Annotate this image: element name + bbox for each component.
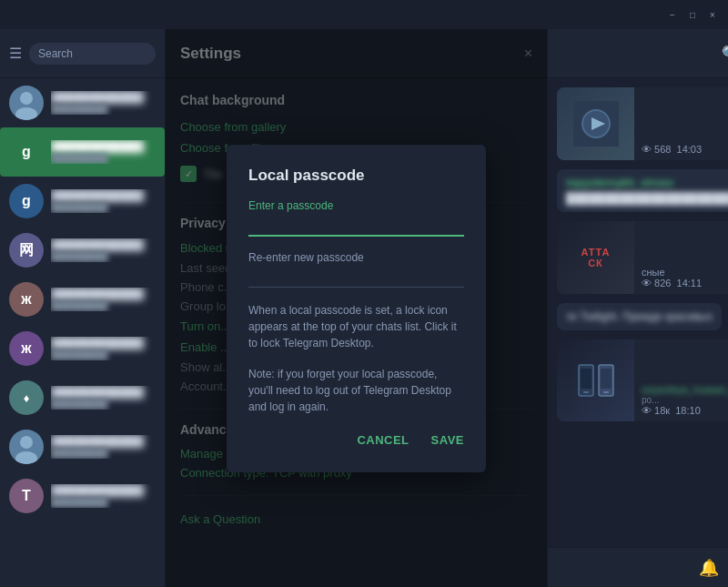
titlebar: − □ × — [0, 0, 728, 29]
media-stats-3: сные — [642, 267, 728, 278]
chat-info-3: ████████████ ████████ — [51, 189, 156, 213]
stats-5: 👁 18к 18:10 — [642, 405, 728, 416]
svg-point-1 — [15, 107, 37, 120]
hamburger-icon[interactable]: ☰ — [9, 45, 22, 62]
field2-label: Re-enter new passcode — [248, 251, 464, 264]
chat-info-9: ████████████ ████████ — [51, 484, 156, 508]
message-1: 👁 568 14:03 ↗ — [557, 87, 728, 160]
media-stats-1: 👁 568 14:03 — [642, 144, 728, 155]
chat-preview-7: ████████ — [51, 399, 156, 410]
close-button[interactable]: × — [704, 6, 721, 23]
caption-5: ро... — [642, 395, 728, 405]
bottom-bar: 🔔 😊 🎤 — [548, 547, 728, 587]
avatar-9: T — [9, 479, 44, 513]
svg-rect-9 — [583, 391, 589, 393]
sender-2: mpyuternykh_viruso — [566, 177, 728, 189]
search-icon[interactable]: 🔍 — [722, 45, 728, 62]
chat-name-2: ████████████ — [51, 140, 156, 153]
chat-item-9[interactable]: T ████████████ ████████ — [0, 471, 165, 521]
minimize-button[interactable]: − — [664, 6, 681, 23]
avatar-5: ж — [9, 282, 44, 317]
sender-5: soyavilsya_huawei_p — [642, 384, 728, 395]
content-4: те Twilight. Прежде красивых — [566, 310, 713, 323]
media-thumb-3: АТТА СК — [557, 221, 634, 294]
media-stats-3b: 👁 826 14:11 — [642, 278, 728, 288]
chat-preview-3: ████████ — [51, 202, 156, 213]
svg-rect-8 — [581, 369, 592, 389]
passcode-input[interactable] — [248, 216, 464, 237]
chat-name-3: ████████████ — [51, 189, 156, 202]
avatar-8 — [9, 430, 44, 464]
chat-info-7: ████████████ ████████ — [51, 386, 156, 410]
avatar-4: 网 — [9, 233, 44, 268]
text-card-4: те Twilight. Прежде красивых — [557, 303, 722, 330]
app-body: ☰ Search ████████████ ████████ g ███████… — [0, 29, 728, 587]
chat-preview-6: ████████ — [51, 349, 156, 360]
media-thumb-5 — [557, 339, 634, 421]
chat-name-5: ████████████ — [51, 288, 156, 300]
chat-item-3[interactable]: g ████████████ ████████ — [0, 177, 165, 226]
chat-item-2[interactable]: g ████████████ ████████ — [0, 127, 165, 177]
media-info-3: сные 👁 826 14:11 — [634, 261, 728, 294]
avatar-3: g — [9, 184, 44, 218]
message-2: mpyuternykh_viruso █████████████████████… — [557, 169, 728, 212]
chat-name-8: ████████████ — [51, 435, 156, 448]
chat-info-1: ████████████ ████████ — [51, 91, 156, 115]
save-button[interactable]: SAVE — [431, 430, 464, 450]
dialog-description2: Note: if you forget your local passcode,… — [248, 366, 464, 415]
chat-name-4: ████████████ — [51, 238, 156, 251]
chat-name-9: ████████████ — [51, 484, 156, 497]
media-card-1: 👁 568 14:03 — [557, 87, 728, 160]
avatar-1 — [9, 86, 44, 120]
message-3: АТТА СК сные 👁 826 14:11 ↗ — [557, 221, 728, 294]
message-5: soyavilsya_huawei_p ро... 👁 18к 18:10 ↗ — [557, 339, 728, 421]
chat-preview-1: ████████ — [51, 104, 156, 115]
chat-preview-5: ████████ — [51, 300, 156, 311]
chat-preview-4: ████████ — [51, 251, 156, 262]
svg-point-3 — [15, 451, 37, 464]
right-content: 👁 568 14:03 ↗ mpyuternykh_viruso ███████… — [548, 78, 728, 547]
chat-item-6[interactable]: ж ████████████ ████████ — [0, 324, 165, 373]
maximize-button[interactable]: □ — [684, 6, 701, 23]
message-4: те Twilight. Прежде красивых — [557, 303, 728, 330]
passcode-confirm-input[interactable] — [248, 268, 464, 288]
chat-item-4[interactable]: 网 ████████████ ████████ — [0, 226, 165, 275]
sidebar: ☰ Search ████████████ ████████ g ███████… — [0, 29, 166, 587]
chat-preview-2: ████████ — [51, 153, 156, 164]
chat-preview-8: ████████ — [51, 448, 156, 459]
cancel-button[interactable]: CANCEL — [357, 430, 409, 450]
dialog-title: Local passcode — [248, 167, 464, 185]
media-card-3: АТТА СК сные 👁 826 14:11 — [557, 221, 728, 294]
chat-name-7: ████████████ — [51, 386, 156, 399]
chat-item-1[interactable]: ████████████ ████████ — [0, 78, 165, 127]
media-card-5: soyavilsya_huawei_p ро... 👁 18к 18:10 — [557, 339, 728, 421]
right-panel: 🔍 ⊞ ⋮ 👁 568 14:03 ↗ — [548, 29, 728, 587]
dialog-description1: When a local passcode is set, a lock ico… — [248, 302, 464, 351]
chat-preview-9: ████████ — [51, 497, 156, 508]
passcode-dialog: Local passcode Enter a passcode Re-enter… — [227, 145, 486, 472]
chat-name-6: ████████████ — [51, 337, 156, 349]
dialog-actions: CANCEL SAVE — [248, 430, 464, 450]
avatar-2: g — [9, 135, 44, 169]
chat-item-5[interactable]: ж ████████████ ████████ — [0, 275, 165, 324]
field1-label: Enter a passcode — [248, 199, 464, 212]
chat-item-7[interactable]: ♦ ████████████ ████████ — [0, 373, 165, 422]
chat-info-5: ████████████ ████████ — [51, 288, 156, 311]
media-info-1: 👁 568 14:03 — [634, 138, 728, 160]
avatar-7: ♦ — [9, 380, 44, 415]
settings-panel: Settings × Chat background Choose from g… — [166, 29, 548, 587]
chat-info-4: ████████████ ████████ — [51, 238, 156, 262]
svg-rect-12 — [603, 391, 609, 393]
notifications-icon[interactable]: 🔔 — [699, 558, 719, 578]
svg-point-0 — [20, 92, 33, 105]
sidebar-header: ☰ Search — [0, 29, 165, 78]
search-input[interactable]: Search — [29, 43, 156, 65]
svg-rect-11 — [601, 369, 612, 389]
chat-info-2: ████████████ ████████ — [51, 140, 156, 164]
chat-item-8[interactable]: ████████████ ████████ — [0, 422, 165, 471]
svg-point-2 — [20, 436, 33, 449]
chat-info-6: ████████████ ████████ — [51, 337, 156, 360]
chat-list: ████████████ ████████ g ████████████ ███… — [0, 78, 165, 587]
content-2: ████████████████████████████ — [566, 192, 728, 205]
chat-name-1: ████████████ — [51, 91, 156, 104]
